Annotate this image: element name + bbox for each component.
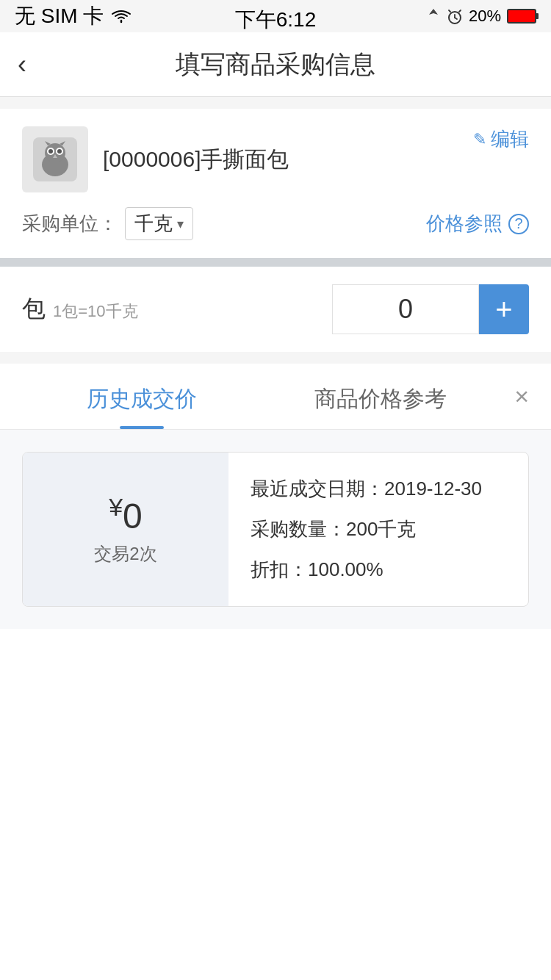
page-title: 填写商品采购信息 (176, 48, 375, 82)
plus-icon: + (495, 293, 512, 326)
svg-point-12 (57, 149, 62, 154)
nav-bar: ‹ 填写商品采购信息 (0, 32, 551, 97)
edit-button[interactable]: ✎ 编辑 (473, 126, 529, 152)
svg-line-3 (455, 18, 457, 19)
price-symbol: ¥ (109, 493, 123, 521)
quantity-label-wrap: 包 1包=10千克 (22, 293, 138, 325)
bottom-area (0, 629, 551, 980)
discount-label: 折扣： (251, 558, 308, 580)
history-trades: 交易2次 (94, 542, 156, 566)
product-left: [0000006]手撕面包 (22, 126, 289, 192)
tab-price-ref-label: 商品价格参考 (314, 386, 447, 411)
quantity-value: 0 (398, 294, 413, 325)
unit-arrow-icon: ▾ (177, 216, 184, 232)
battery-percent: 20% (469, 7, 501, 26)
edit-label: 编辑 (491, 126, 529, 152)
product-unit-row: 采购单位： 千克 ▾ 价格参照 ? (22, 207, 529, 240)
price-ref-info-icon: ? (508, 214, 529, 234)
product-header: [0000006]手撕面包 ✎ 编辑 (22, 126, 529, 192)
history-quantity-row: 采购数量：200千克 (251, 515, 506, 544)
tab-price-reference[interactable]: 商品价格参考 (261, 364, 500, 429)
quantity-detail-value: 200千克 (346, 518, 416, 540)
price-ref-button[interactable]: 价格参照 ? (426, 211, 529, 237)
wifi-icon (111, 9, 132, 24)
tab-history-label: 历史成交价 (87, 386, 197, 411)
history-discount-row: 折扣：100.00% (251, 555, 506, 584)
alarm-icon (447, 8, 463, 24)
history-price: ¥0 (109, 493, 143, 536)
discount-value: 100.00% (308, 558, 383, 580)
svg-line-4 (449, 10, 450, 12)
price-value: 0 (123, 497, 143, 536)
history-card-right: 最近成交日期：2019-12-30 采购数量：200千克 折扣：100.00% (228, 453, 528, 606)
recent-date-label: 最近成交日期： (251, 478, 384, 500)
section-divider (0, 258, 551, 267)
price-ref-label: 价格参照 (426, 211, 503, 237)
location-icon (426, 8, 441, 24)
history-panel: ¥0 交易2次 最近成交日期：2019-12-30 采购数量：200千克 折扣：… (0, 430, 551, 629)
product-thumbnail (22, 126, 88, 192)
history-card: ¥0 交易2次 最近成交日期：2019-12-30 采购数量：200千克 折扣：… (22, 452, 529, 607)
status-right: 20% (426, 7, 536, 26)
unit-value: 千克 (134, 211, 173, 237)
product-card: [0000006]手撕面包 ✎ 编辑 采购单位： 千克 ▾ 价格参照 ? (0, 109, 551, 258)
status-bar: 无 SIM 卡 下午6:12 20% (0, 0, 551, 32)
unit-label: 采购单位： (22, 211, 118, 237)
product-logo (29, 134, 81, 185)
recent-date-value: 2019-12-30 (384, 478, 482, 500)
status-time: 下午6:12 (235, 6, 317, 34)
tabs-row: 历史成交价 商品价格参考 × (0, 364, 551, 429)
quantity-input[interactable]: 0 (332, 284, 479, 334)
status-carrier: 无 SIM 卡 (15, 2, 132, 30)
history-date-row: 最近成交日期：2019-12-30 (251, 475, 506, 503)
edit-icon: ✎ (473, 130, 486, 149)
close-icon: × (514, 382, 529, 410)
unit-selector[interactable]: 千克 ▾ (125, 207, 193, 240)
svg-point-11 (48, 149, 53, 154)
quantity-plus-button[interactable]: + (479, 284, 529, 334)
tabs-container: 历史成交价 商品价格参考 × (0, 364, 551, 430)
carrier-text: 无 SIM 卡 (15, 2, 104, 30)
product-name: [0000006]手撕面包 (103, 145, 289, 175)
tab-history-price[interactable]: 历史成交价 (22, 364, 261, 429)
quantity-controls: 0 + (332, 284, 529, 334)
back-button[interactable]: ‹ (18, 49, 26, 80)
quantity-conversion: 1包=10千克 (53, 300, 138, 323)
tab-active-indicator (120, 426, 164, 429)
battery-indicator (507, 9, 536, 24)
tab-close-button[interactable]: × (500, 367, 529, 425)
history-card-left: ¥0 交易2次 (23, 453, 228, 606)
quantity-row: 包 1包=10千克 0 + (0, 267, 551, 352)
svg-line-5 (459, 10, 461, 12)
quantity-label: 采购数量： (251, 518, 346, 540)
quantity-unit: 包 (22, 293, 46, 325)
